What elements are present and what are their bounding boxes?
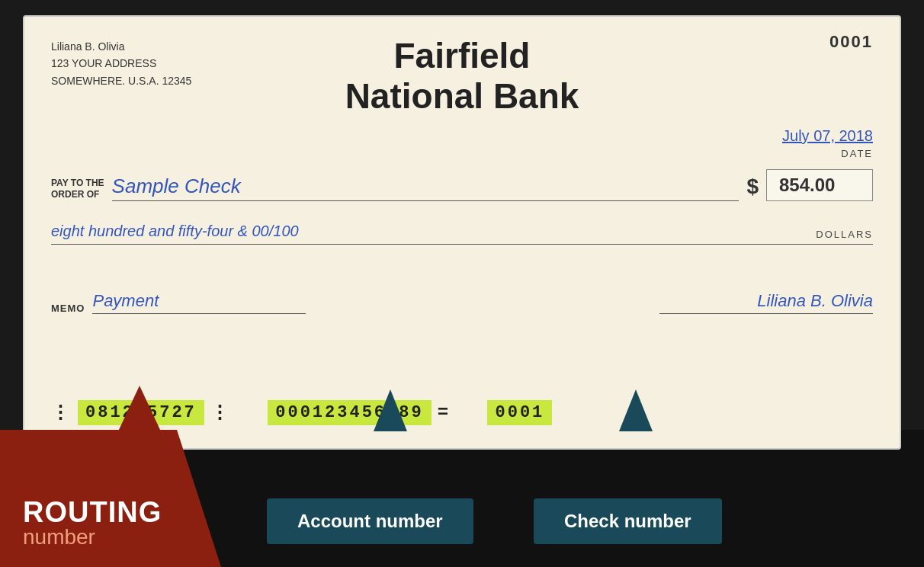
signature-value: Liliana B. Olivia bbox=[757, 291, 873, 310]
bank-name: Fairfield National Bank bbox=[345, 36, 579, 117]
routing-subtitle: number bbox=[23, 527, 198, 548]
micr-line: ⋮ 081205727 ⋮ 000123456789 = 0001 bbox=[51, 400, 873, 425]
account-arrow bbox=[374, 389, 407, 431]
check-number-top: 0001 bbox=[829, 32, 873, 52]
micr-check-number: 0001 bbox=[487, 400, 552, 425]
bottom-area: ROUTING number Account number Check numb… bbox=[0, 430, 924, 567]
date-label: DATE bbox=[841, 148, 873, 159]
routing-label: ROUTING number bbox=[0, 430, 221, 567]
pay-to-value: Sample Check bbox=[112, 175, 241, 197]
pay-to-label: PAY TO THE ORDER OF bbox=[51, 178, 104, 201]
memo-value: Payment bbox=[92, 291, 159, 310]
routing-title: ROUTING bbox=[23, 498, 198, 527]
dollar-sign: $ bbox=[746, 175, 759, 201]
address-name: Liliana B. Olivia bbox=[51, 38, 191, 55]
amount-words-section: eight hundred and fifty-four & 00/100 DO… bbox=[51, 223, 873, 245]
routing-arrow bbox=[118, 386, 161, 431]
memo-signature-section: MEMO Payment Liliana B. Olivia bbox=[51, 291, 873, 314]
micr-equals: = bbox=[438, 402, 451, 423]
address-block: Liliana B. Olivia 123 YOUR ADDRESS SOMEW… bbox=[51, 38, 191, 89]
memo-label: MEMO bbox=[51, 303, 85, 314]
account-number-label: Account number bbox=[267, 498, 473, 544]
micr-colon-left: ⋮ bbox=[51, 402, 72, 424]
amount-words: eight hundred and fifty-four & 00/100 bbox=[51, 223, 299, 240]
pay-to-line: Sample Check bbox=[112, 175, 740, 201]
amount-box: 854.00 bbox=[766, 169, 873, 201]
date-area: July 07, 2018 DATE bbox=[782, 127, 873, 160]
check-number-label: Check number bbox=[534, 498, 722, 544]
signature-area: Liliana B. Olivia bbox=[659, 291, 873, 314]
memo-area: MEMO Payment bbox=[51, 291, 306, 314]
address-line1: 123 YOUR ADDRESS bbox=[51, 55, 191, 72]
check-number-arrow bbox=[619, 389, 653, 431]
address-line2: SOMEWHERE. U.S.A. 12345 bbox=[51, 72, 191, 89]
dollars-label: DOLLARS bbox=[816, 229, 873, 240]
pay-to-section: PAY TO THE ORDER OF Sample Check $ 854.0… bbox=[51, 169, 873, 201]
micr-colon-right: ⋮ bbox=[210, 402, 231, 424]
check-paper: 0001 Liliana B. Olivia 123 YOUR ADDRESS … bbox=[23, 15, 901, 450]
date-value: July 07, 2018 bbox=[782, 127, 873, 145]
memo-line: Payment bbox=[92, 291, 306, 314]
